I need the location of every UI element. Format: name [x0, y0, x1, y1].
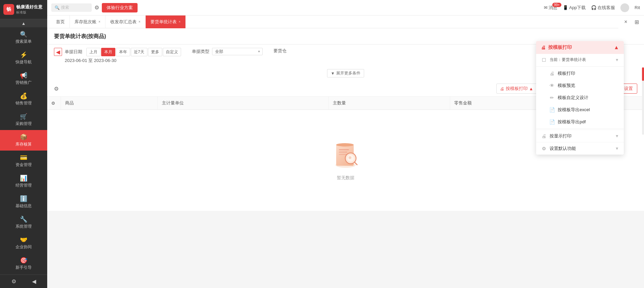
sidebar-item-system[interactable]: 🔧 系统管理 [0, 212, 47, 233]
online-service-button[interactable]: 🎧 在线客服 [591, 5, 615, 11]
tab-order-stats[interactable]: 要货单统计表 × [146, 15, 186, 28]
printer-header-icon: 🖨 [541, 45, 546, 50]
filter-expand-button[interactable]: ◀ [54, 48, 62, 56]
scrollbar-thumb [642, 67, 644, 81]
sidebar-item-finance[interactable]: 💳 资金管理 [0, 151, 47, 171]
expand-more-button[interactable]: ▼ 展开更多条件 [327, 69, 364, 77]
finance-icon: 💳 [20, 154, 27, 161]
sidebar-item-label: 快捷导航 [16, 59, 32, 65]
search-icon: 🔍 [55, 5, 60, 10]
purchase-icon: 🛒 [20, 113, 27, 120]
topbar-search-box[interactable]: 🔍 搜索 [51, 3, 92, 12]
col-unit: 主计量单位 [157, 97, 328, 110]
topbar-gear-icon[interactable]: ⚙ [94, 4, 99, 11]
date-btn-this-month[interactable]: 本月 [101, 48, 115, 56]
app-download-icon: 📱 [563, 5, 568, 10]
sidebar-settings-btn[interactable]: ⚙ [11, 278, 16, 285]
sidebar-item-purchase[interactable]: 🛒 采购管理 [0, 109, 47, 130]
sidebar-nav: ▲ 🔍 搜索菜单 ⚡ 快捷导航 📢 营销推广 💰 销售管理 🛒 采购管理 📦 库… [0, 19, 47, 275]
sidebar-item-inventory[interactable]: 📦 库存核算 [0, 130, 47, 151]
export-excel-icon: 📄 [549, 107, 555, 113]
current-template-arrow: ▼ [615, 58, 619, 62]
sidebar-item-sales[interactable]: 💰 销售管理 [0, 89, 47, 109]
order-type-label: 单据类型 [192, 49, 209, 55]
sidebar-item-label: 营销推广 [16, 80, 32, 86]
sidebar-bottom: ⚙ ◀ [0, 275, 47, 288]
right-scrollbar[interactable] [642, 67, 644, 135]
tab-maximize-button[interactable]: ⊞ [632, 17, 641, 27]
sidebar-item-label: 资金管理 [16, 162, 32, 168]
empty-text: 暂无数据 [337, 175, 354, 181]
dropdown-group-display-print[interactable]: 🖨 按显示打印 ▼ [536, 130, 624, 142]
tab-close-icon[interactable]: × [139, 20, 141, 24]
trial-button[interactable]: 体验行业方案 [102, 3, 138, 12]
set-default-arrow: ▼ [615, 146, 619, 151]
print-dropdown-menu: 🖨 按模板打印 ▲ ☐ 当前：要货单统计表 ▼ 🖨 模板打印 👁 模板预览 [536, 41, 624, 155]
topbar-search-text: 搜索 [61, 5, 69, 10]
tab-label: 首页 [56, 19, 65, 25]
tab-close-all-button[interactable]: × [621, 17, 631, 27]
tab-home[interactable]: 首页 [51, 15, 70, 28]
dropdown-item-template-print[interactable]: 🖨 模板打印 [536, 67, 624, 79]
sidebar-item-label: 经营管理 [16, 183, 32, 188]
order-type-select[interactable]: 全部 要货单 采购单 [212, 48, 263, 55]
messages-button[interactable]: ✉ 消息 99+ [544, 5, 557, 11]
sidebar-item-marketing[interactable]: 📢 营销推广 [0, 68, 47, 89]
col-settings[interactable]: ⚙ [47, 97, 61, 110]
dropdown-item-label: 模板打印 [558, 70, 575, 76]
tab-close-icon[interactable]: × [98, 20, 100, 24]
dropdown-item-export-pdf[interactable]: 📄 按模板导出pdf [536, 116, 624, 128]
sidebar-collapse-btn[interactable]: ◀ [32, 278, 36, 285]
newguide-icon: 🎯 [20, 257, 27, 264]
divider [536, 66, 624, 67]
sidebar: 畅 畅康通好生意 标准版 ▲ 🔍 搜索菜单 ⚡ 快捷导航 📢 营销推广 💰 销售… [0, 0, 47, 288]
date-filter-buttons: 上月 本月 本年 近7天 更多 自定义 [86, 48, 181, 56]
tab-close-icon[interactable]: × [179, 20, 181, 24]
tab-label: 要货单统计表 [150, 19, 177, 25]
sidebar-item-label: 基础信息 [16, 203, 32, 209]
print-template-button[interactable]: 🖨 按模板打印 ▲ [496, 84, 537, 94]
user-avatar[interactable] [620, 3, 629, 12]
system-icon: 🔧 [20, 216, 27, 223]
tab-right-actions: × ⊞ [618, 15, 644, 28]
sidebar-item-quick-nav[interactable]: ⚡ 快捷导航 [0, 48, 47, 68]
main-content: 🔍 搜索 ⚙ 体验行业方案 ✉ 消息 99+ 📱 App下载 🎧 在线客服 Ri… [47, 0, 644, 288]
sidebar-item-label: 系统管理 [16, 224, 32, 229]
date-range-display: 2023-06-01 至 2023-06-30 [65, 58, 116, 64]
expand-more-icon: ▼ [331, 71, 335, 76]
ops-icon: 📊 [20, 174, 27, 182]
page-content: 要货单统计表(按商品) ◀ 单据日期 上月 本月 本年 近7天 更多 自定义 [47, 28, 644, 288]
expand-more-label: 展开更多条件 [336, 70, 360, 76]
sidebar-item-basic[interactable]: ℹ️ 基础信息 [0, 192, 47, 212]
svg-point-3 [336, 143, 354, 147]
sidebar-item-ops[interactable]: 📊 经营管理 [0, 171, 47, 192]
dropdown-header-left: 🖨 按模板打印 [541, 44, 572, 51]
export-pdf-icon: 📄 [549, 119, 555, 125]
tabs-bar: 首页 库存批次账 × 收发存汇总表 × 要货单统计表 × × ⊞ [47, 15, 644, 28]
tab-inventory-batch[interactable]: 库存批次账 × [70, 15, 106, 28]
sidebar-item-newguide[interactable]: 🎯 新手引导 [0, 253, 47, 274]
sidebar-item-label: 采购管理 [16, 121, 32, 127]
dropdown-close-icon[interactable]: ▲ [614, 44, 619, 51]
table-settings-icon[interactable]: ⚙ [54, 86, 59, 92]
date-btn-more[interactable]: 更多 [148, 48, 162, 56]
app-download-button[interactable]: 📱 App下载 [563, 5, 586, 11]
dropdown-item-export-excel[interactable]: 📄 按模板导出excel [536, 104, 624, 116]
date-btn-last-month[interactable]: 上月 [86, 48, 100, 56]
sidebar-scroll-up[interactable]: ▲ [0, 19, 47, 27]
current-template-item[interactable]: ☐ 当前：要货单统计表 ▼ [536, 54, 624, 66]
date-btn-7days[interactable]: 近7天 [131, 48, 147, 56]
col-quantity: 主数量 [328, 97, 450, 110]
sidebar-item-enterprise[interactable]: 🤝 企业协同 [0, 233, 47, 253]
tab-receipts-summary[interactable]: 收发存汇总表 × [106, 15, 146, 28]
date-btn-custom[interactable]: 自定义 [163, 48, 181, 56]
template-custom-icon: ✏ [549, 95, 555, 100]
dropdown-item-template-preview[interactable]: 👁 模板预览 [536, 79, 624, 92]
dropdown-group-set-default[interactable]: ⚙ 设置默认功能 ▼ [536, 142, 624, 155]
date-label: 单据日期 [65, 49, 82, 55]
sidebar-item-search-menu[interactable]: 🔍 搜索菜单 [0, 27, 47, 48]
dropdown-header[interactable]: 🖨 按模板打印 ▲ [536, 41, 624, 54]
date-btn-this-year[interactable]: 本年 [116, 48, 130, 56]
topbar-right: ✉ 消息 99+ 📱 App下载 🎧 在线客服 Rit [544, 3, 640, 12]
dropdown-item-template-custom[interactable]: ✏ 模板自定义设计 [536, 92, 624, 104]
